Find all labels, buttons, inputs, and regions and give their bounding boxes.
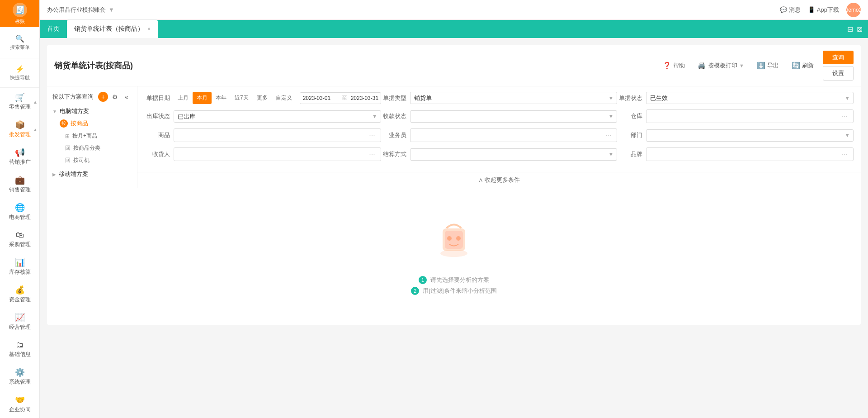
refresh-button[interactable]: 🔄 刷新 [788, 60, 817, 71]
empty-state: 1 请先选择要分析的方案 2 用[过滤]条件来缩小分析范围 [47, 188, 861, 325]
filter-cell-stock-status: 出库状态 已出库 ▼ [145, 110, 381, 123]
tab-home[interactable]: 首页 [40, 20, 67, 38]
sidebar-search-section: 🔍 搜索菜单 [0, 27, 39, 58]
marketing-icon: 📢 [15, 147, 25, 157]
tab-home-label: 首页 [47, 25, 60, 33]
date-range-picker: 上月 本月 本年 近7天 更多 自定义 至 [174, 92, 381, 104]
by-goods-icon: 按 [60, 119, 68, 128]
doc-type-select[interactable]: 销货单 [410, 92, 618, 104]
top-nav-actions: 💬 消息 📱 App下载 demo2 [780, 3, 861, 17]
inventory-label: 库存核算 [9, 268, 31, 276]
empty-tip-1: 1 请先选择要分析的方案 [419, 276, 489, 284]
sidebar-menu-items: 🛒 零售管理 ▲ 📦 批发管理 ▲ 📢 营销推广 💼 销售管理 🌐 电商管理 🛍… [0, 88, 39, 418]
warehouse-ellipsis-icon[interactable]: ··· [840, 112, 849, 120]
tab-close-icon[interactable]: × [147, 26, 151, 32]
export-button[interactable]: ⬇️ 导出 [753, 60, 783, 71]
sidebar-item-system[interactable]: ⚙️ 系统管理 [0, 363, 39, 390]
message-button[interactable]: 💬 消息 [780, 6, 801, 14]
sidebar-item-marketing[interactable]: 📢 营销推广 [0, 143, 39, 171]
receiver-input[interactable] [178, 151, 367, 158]
sidebar-item-retail[interactable]: 🛒 零售管理 ▲ [0, 88, 39, 115]
solution-item-by-cashier[interactable]: 回 按司机 [47, 154, 137, 166]
app-download-label: App下载 [817, 6, 839, 14]
salesperson-ellipsis-icon[interactable]: ··· [604, 131, 613, 139]
date-tab-last-month[interactable]: 上月 [174, 92, 193, 104]
quick-nav-button[interactable]: ⚡ 快捷导航 [0, 62, 39, 84]
department-select[interactable] [646, 129, 854, 142]
goods-input[interactable] [178, 132, 367, 139]
solution-group-pc-header[interactable]: ▼ 电脑端方案 [47, 105, 137, 117]
help-button[interactable]: ❓ 帮助 [659, 60, 689, 71]
receiver-ellipsis-icon[interactable]: ··· [367, 150, 377, 158]
payment-status-select[interactable] [410, 110, 618, 123]
tab-minimize-icon[interactable]: ⊟ [847, 25, 853, 33]
sidebar-item-sales[interactable]: 💼 销售管理 [0, 171, 39, 198]
warehouse-input[interactable] [650, 113, 840, 120]
logo-icon: 🧾 [13, 3, 27, 17]
by-month-goods-label: 按月+商品 [72, 132, 97, 140]
purchase-icon: 🛍 [16, 230, 24, 240]
tab-maximize-icon[interactable]: ⊠ [857, 25, 863, 33]
date-to-input[interactable] [348, 93, 381, 104]
solution-settings-button[interactable]: ⚙ [110, 92, 120, 102]
settlement-select[interactable] [410, 148, 618, 161]
sidebar-item-finance[interactable]: 💰 资金管理 [0, 280, 39, 308]
brand-input[interactable] [650, 151, 840, 158]
retail-arrow: ▲ [33, 99, 38, 104]
stock-status-select[interactable]: 已出库 [174, 110, 381, 123]
sidebar-item-ecommerce[interactable]: 🌐 电商管理 [0, 198, 39, 226]
sidebar-logo[interactable]: 🧾 标账 [0, 0, 40, 27]
collapse-bar[interactable]: ∧ 收起更多条件 [137, 172, 861, 188]
sidebar-item-basic[interactable]: 🗂 基础信息 [0, 336, 39, 363]
breadcrumb-dropdown-icon[interactable]: ▼ [108, 6, 114, 13]
filter-cell-salesperson: 业务员 ··· [381, 128, 618, 142]
doc-type-select-wrapper: 销货单 ▼ [410, 92, 618, 104]
query-button[interactable]: 查询 [823, 51, 854, 64]
print-button[interactable]: 🖨️ 按模板打印 ▼ [694, 60, 748, 71]
date-tab-7days[interactable]: 近7天 [231, 92, 253, 104]
sidebar-item-wholesale[interactable]: 📦 批发管理 ▲ [0, 115, 39, 143]
mobile-group-label: 移动端方案 [59, 170, 88, 178]
date-from-input[interactable] [300, 93, 341, 104]
solution-collapse-button[interactable]: « [122, 92, 132, 102]
search-menu-button[interactable]: 🔍 搜索菜单 [10, 32, 30, 53]
refresh-label: 刷新 [802, 62, 814, 70]
solution-add-button[interactable]: + [98, 92, 108, 102]
tip-num-1: 1 [419, 276, 427, 284]
sidebar-item-enterprise[interactable]: 🤝 企业协同 [0, 390, 39, 418]
date-tab-more[interactable]: 更多 [253, 92, 272, 104]
solution-group-mobile-header[interactable]: ▶ 移动端方案 [47, 168, 137, 180]
quick-nav-section: ⚡ 快捷导航 [0, 58, 39, 88]
user-avatar[interactable]: demo2 [846, 3, 861, 17]
system-label: 系统管理 [9, 378, 31, 386]
finance-label: 资金管理 [9, 296, 31, 304]
brand-ellipsis-icon[interactable]: ··· [840, 150, 849, 158]
doc-status-select[interactable]: 已生效 [646, 92, 854, 104]
operation-icon: 📈 [15, 313, 25, 323]
date-tab-this-month[interactable]: 本月 [193, 92, 212, 104]
app-download-button[interactable]: 📱 App下载 [808, 6, 839, 14]
empty-tip-2: 2 用[过滤]条件来缩小分析范围 [411, 287, 496, 295]
solution-item-by-category[interactable]: 回 按商品分类 [47, 142, 137, 154]
message-label: 消息 [789, 6, 801, 14]
sidebar-item-operation[interactable]: 📈 经营管理 [0, 308, 39, 336]
sidebar: 🧾 标账 🔍 搜索菜单 ⚡ 快捷导航 🛒 零售管理 ▲ 📦 批发管理 ▲ 📢 营… [0, 0, 40, 418]
wholesale-icon: 📦 [15, 120, 25, 130]
enterprise-label: 企业协同 [9, 406, 31, 413]
sidebar-item-purchase[interactable]: 🛍 采购管理 [0, 226, 39, 253]
date-tab-custom[interactable]: 自定义 [272, 92, 296, 104]
date-tabs: 上月 本月 本年 近7天 更多 自定义 [174, 92, 296, 104]
tab-active[interactable]: 销货单统计表（按商品） × [67, 20, 158, 38]
solution-item-by-goods[interactable]: 按 按商品 [47, 117, 137, 130]
goods-ellipsis-icon[interactable]: ··· [367, 131, 377, 139]
date-tab-this-year[interactable]: 本年 [212, 92, 231, 104]
filter-cell-department: 部门 ▼ [617, 129, 854, 142]
solution-item-by-month-goods[interactable]: ⊞ 按月+商品 [47, 130, 137, 142]
salesperson-input[interactable] [414, 132, 604, 139]
settings-button[interactable]: 设置 [823, 66, 854, 81]
filter-form: 单据日期 上月 本月 本年 近7天 更多 自定义 [137, 86, 861, 172]
sidebar-item-inventory[interactable]: 📊 库存核算 [0, 253, 39, 280]
filter-row-2: 出库状态 已出库 ▼ 收款状态 [145, 109, 854, 123]
date-separator: 至 [341, 94, 348, 102]
filter-row-3: 商品 ··· 业务员 ··· [145, 128, 854, 142]
